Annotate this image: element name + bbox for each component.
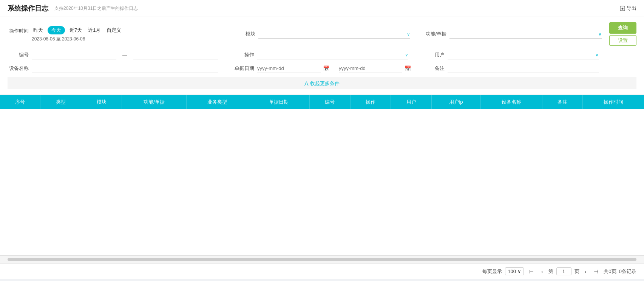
time-label: 操作时间 xyxy=(8,28,29,34)
settings-button[interactable]: 设置 xyxy=(609,35,636,46)
page-unit: 页 xyxy=(575,268,579,275)
col-optime: 操作时间 xyxy=(583,95,644,109)
date-label: 单据日期 xyxy=(233,65,254,72)
number-dash: — xyxy=(122,52,127,58)
remark-input[interactable] xyxy=(448,64,599,73)
filter-row-1: 操作时间 昨天 今天 近7天 近1月 自定义 2023-06-06 至 2023… xyxy=(8,22,636,46)
per-page-value: 100 xyxy=(508,269,516,274)
date-range: 📅 — 📅 xyxy=(257,64,411,73)
user-select[interactable]: ∨ xyxy=(448,51,599,59)
time-btn-today[interactable]: 今天 xyxy=(48,26,65,34)
module-select[interactable]: ∨ xyxy=(258,30,411,39)
collapse-chevron-icon: ⋀ xyxy=(304,81,310,86)
pagination-bar: 每页显示 100 ∨ ⊢ ‹ 第 页 › ⊣ 共0页, 0条记录 xyxy=(0,263,644,279)
table-wrapper: 序号 类型 模块 功能/单据 业务类型 单据日期 编号 操作 用户 用户ip 设… xyxy=(0,95,644,255)
col-device: 设备名称 xyxy=(480,95,542,109)
operation-filter-item: 操作 ∨ xyxy=(218,51,408,59)
col-operation: 操作 xyxy=(350,95,391,109)
device-input[interactable] xyxy=(32,64,218,73)
date-end-input[interactable] xyxy=(339,64,402,73)
content-area: 序号 类型 模块 功能/单据 业务类型 单据日期 编号 操作 用户 用户ip 设… xyxy=(0,95,644,279)
time-filter-wrapper: 昨天 今天 近7天 近1月 自定义 2023-06-06 至 2023-06-0… xyxy=(32,26,123,42)
number-label: 编号 xyxy=(8,51,29,58)
function-filter-item: 功能/单据 ∨ xyxy=(410,30,602,39)
function-chevron-icon: ∨ xyxy=(598,31,602,37)
function-select[interactable]: ∨ xyxy=(449,30,602,39)
per-page-select[interactable]: 100 ∨ xyxy=(505,267,524,275)
horizontal-scrollbar[interactable] xyxy=(8,258,636,261)
col-number: 编号 xyxy=(309,95,350,109)
col-module: 模块 xyxy=(81,95,122,109)
user-chevron-icon: ∨ xyxy=(595,52,599,57)
page-title: 系统操作日志 xyxy=(8,4,48,13)
time-btn-custom[interactable]: 自定义 xyxy=(105,26,123,34)
data-table: 序号 类型 模块 功能/单据 业务类型 单据日期 编号 操作 用户 用户ip 设… xyxy=(0,95,644,109)
page-subtitle: 支持2020年10月31日之后产生的操作日志 xyxy=(54,5,138,12)
filter-row-2: 编号 — 操作 ∨ 用户 ∨ xyxy=(8,50,636,59)
next-page-button[interactable]: › xyxy=(582,268,589,275)
number-filter-item: 编号 — xyxy=(8,50,218,59)
filter-area: 操作时间 昨天 今天 近7天 近1月 自定义 2023-06-06 至 2023… xyxy=(0,17,644,95)
module-filter-item: 模块 ∨ xyxy=(219,30,411,39)
time-range: 2023-06-06 至 2023-06-06 xyxy=(32,36,123,42)
per-page-chevron-icon: ∨ xyxy=(517,269,521,274)
remark-filter-item: 备注 xyxy=(408,64,599,73)
module-chevron-icon: ∨ xyxy=(407,31,410,37)
col-remark: 备注 xyxy=(542,95,583,109)
table-header-row: 序号 类型 模块 功能/单据 业务类型 单据日期 编号 操作 用户 用户ip 设… xyxy=(0,95,644,109)
user-label: 用户 xyxy=(423,51,445,58)
operation-select[interactable]: ∨ xyxy=(257,51,408,59)
date-start-calendar-icon[interactable]: 📅 xyxy=(323,65,329,71)
col-userip: 用户ip xyxy=(432,95,480,109)
total-info: 共0页, 0条记录 xyxy=(604,268,636,275)
date-filter-item: 单据日期 📅 — 📅 xyxy=(218,64,408,73)
col-biztype: 业务类型 xyxy=(186,95,248,109)
col-user: 用户 xyxy=(391,95,432,109)
col-type: 类型 xyxy=(40,95,81,109)
page-number-input[interactable] xyxy=(556,267,571,275)
page-label: 第 xyxy=(548,268,553,275)
number-end-input[interactable] xyxy=(133,50,218,59)
filter-row-3: 设备名称 单据日期 📅 — 📅 备注 xyxy=(8,64,636,73)
query-button[interactable]: 查询 xyxy=(609,22,636,34)
operation-chevron-icon: ∨ xyxy=(405,52,408,57)
device-filter-item: 设备名称 xyxy=(8,64,218,73)
time-btn-1month[interactable]: 近1月 xyxy=(86,26,102,34)
time-btn-yesterday[interactable]: 昨天 xyxy=(32,26,45,34)
col-function: 功能/单据 xyxy=(122,95,187,109)
number-start-input[interactable] xyxy=(32,50,116,59)
scrollbar-area[interactable] xyxy=(0,255,644,263)
export-button[interactable]: 导出 xyxy=(620,5,636,12)
collapse-label: 收起更多条件 xyxy=(310,81,340,86)
time-btn-7days[interactable]: 近7天 xyxy=(68,26,83,34)
collapse-bar[interactable]: ⋀ 收起更多条件 xyxy=(8,78,636,89)
table-header: 序号 类型 模块 功能/单据 业务类型 单据日期 编号 操作 用户 用户ip 设… xyxy=(0,95,644,109)
main-layout: 操作时间 昨天 今天 近7天 近1月 自定义 2023-06-06 至 2023… xyxy=(0,17,644,279)
export-icon xyxy=(620,6,625,11)
date-start-input[interactable] xyxy=(257,64,321,73)
page-header: 系统操作日志 支持2020年10月31日之后产生的操作日志 导出 xyxy=(0,0,644,17)
date-range-dash: — xyxy=(332,66,337,71)
function-label: 功能/单据 xyxy=(425,31,446,37)
prev-page-button[interactable]: ‹ xyxy=(539,268,545,275)
time-buttons: 昨天 今天 近7天 近1月 自定义 xyxy=(32,26,123,34)
device-label: 设备名称 xyxy=(8,65,29,72)
module-label: 模块 xyxy=(234,31,255,37)
remark-label: 备注 xyxy=(423,65,445,72)
last-page-button[interactable]: ⊣ xyxy=(591,268,601,275)
action-buttons: 查询 设置 xyxy=(609,22,636,46)
col-date: 单据日期 xyxy=(248,95,309,109)
user-filter-item: 用户 ∨ xyxy=(408,51,599,59)
per-page-label: 每页显示 xyxy=(482,268,502,275)
first-page-button[interactable]: ⊢ xyxy=(527,268,536,275)
time-filter-item: 操作时间 昨天 今天 近7天 近1月 自定义 2023-06-06 至 2023… xyxy=(8,26,219,42)
operation-label: 操作 xyxy=(233,51,254,58)
col-seqno: 序号 xyxy=(0,95,40,109)
